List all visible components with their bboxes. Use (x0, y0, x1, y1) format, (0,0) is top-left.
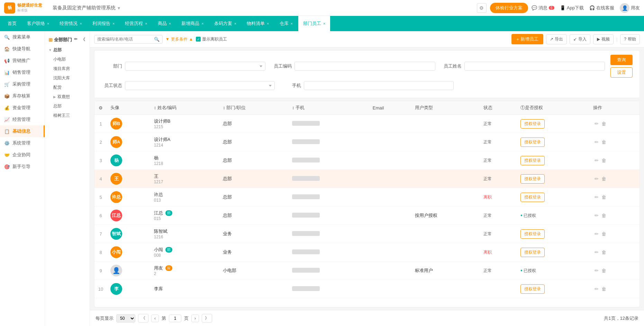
sidebar-item-sales[interactable]: 📊 销售管理 (0, 67, 45, 78)
search-input[interactable] (97, 37, 153, 42)
tab-profit[interactable]: 利润报告× (88, 16, 119, 31)
page-input[interactable] (169, 315, 181, 322)
auth-button[interactable]: 授权登录 (520, 138, 545, 147)
edit-button[interactable]: ✏ (593, 212, 600, 219)
sidebar-item-guide[interactable]: 🎯 新手引导 (0, 161, 45, 173)
edit-button[interactable]: ✏ (593, 120, 600, 127)
collapse-icon[interactable]: 《 (80, 36, 86, 43)
sidebar-item-operation-mgmt[interactable]: 📈 经营管理 (0, 114, 45, 125)
edit-button[interactable]: ✏ (593, 157, 600, 164)
add-employee-button[interactable]: + 新增员工 (511, 34, 543, 44)
edit-button[interactable]: ✏ (593, 230, 600, 237)
th-phone[interactable]: ↕ 手机 (289, 101, 369, 115)
close-icon[interactable]: × (267, 21, 269, 26)
chevron-down-icon[interactable]: ▾ (118, 5, 120, 11)
first-page-button[interactable]: 《 (138, 314, 148, 323)
close-icon[interactable]: × (323, 21, 325, 26)
delete-button[interactable]: 🗑 (600, 139, 608, 146)
query-button[interactable]: 查询 (610, 55, 633, 65)
close-icon[interactable]: × (145, 21, 147, 26)
sidebar-item-collab[interactable]: 🤝 企业协同 (0, 149, 45, 161)
set-button[interactable]: 设置 (610, 67, 633, 78)
tab-customer[interactable]: 客户联络× (22, 16, 54, 31)
video-button[interactable]: ▶ 视频 (593, 34, 614, 44)
edit-button[interactable]: ✏ (593, 194, 600, 201)
search-icon[interactable]: 🔍 (154, 37, 160, 42)
close-icon[interactable]: × (47, 21, 49, 26)
auth-button[interactable]: 授权登录 (520, 193, 545, 202)
dept-item-peihuo[interactable]: 配货 (45, 83, 90, 92)
edit-dept-icon[interactable]: ✏ (73, 36, 79, 43)
emp-name-input[interactable] (464, 62, 605, 71)
sidebar-item-finance[interactable]: 💰 资金管理 (0, 102, 45, 114)
online-service-button[interactable]: 🎧 在线客服 (589, 5, 614, 11)
sidebar-item-navigation[interactable]: 🏠 快捷导航 (0, 43, 45, 55)
close-icon[interactable]: × (80, 21, 82, 26)
emp-code-input[interactable] (294, 62, 435, 71)
import-button[interactable]: ↙ 导入 (570, 34, 590, 44)
close-icon[interactable]: × (169, 21, 171, 26)
user-menu[interactable]: 👤 用友 (620, 3, 640, 13)
dept-item-zhishu[interactable]: 植树王三 (45, 111, 90, 120)
delete-button[interactable]: 🗑 (600, 212, 608, 219)
export-button[interactable]: ↗ 导出 (546, 34, 567, 44)
delete-button[interactable]: 🗑 (600, 285, 608, 292)
dept-item-shuangluxiang[interactable]: ▶ 双鹿想 (45, 92, 90, 102)
settings-button[interactable]: ⚙ (477, 3, 487, 13)
auth-button[interactable]: 授权登录 (520, 174, 545, 184)
prev-page-button[interactable]: ‹ (151, 315, 159, 322)
auth-button[interactable]: 授权登录 (520, 229, 545, 239)
tab-goods[interactable]: 商品× (153, 16, 176, 31)
close-icon[interactable]: × (112, 21, 115, 26)
delete-button[interactable]: 🗑 (600, 157, 608, 164)
auth-button[interactable]: 授权登录 (520, 119, 545, 129)
close-icon[interactable]: × (234, 21, 236, 26)
dept-item-zongbu[interactable]: 总部 (45, 102, 90, 111)
th-dept[interactable]: ↕ 部门/职位 (219, 101, 289, 115)
page-size-select[interactable]: 50 100 (116, 314, 135, 323)
tab-barcode[interactable]: 条码方案× (209, 16, 241, 31)
tab-home[interactable]: 首页 (3, 16, 21, 31)
delete-button[interactable]: 🗑 (600, 249, 608, 256)
status-select[interactable] (125, 81, 275, 90)
tab-warehouse[interactable]: 仓库× (275, 16, 298, 31)
delete-button[interactable]: 🗑 (600, 267, 608, 274)
dept-item-project[interactable]: 项目库房 (45, 64, 90, 73)
close-icon[interactable]: × (201, 21, 203, 26)
more-conditions-button[interactable]: ▼ 更多条件 ▲ (165, 36, 193, 42)
edit-button[interactable]: ✏ (593, 249, 600, 256)
delete-button[interactable]: 🗑 (600, 120, 608, 127)
dept-select[interactable] (125, 62, 265, 71)
edit-button[interactable]: ✏ (593, 285, 600, 292)
auth-button[interactable]: 授权登录 (520, 284, 545, 294)
auth-button[interactable]: 授权登录 (520, 156, 545, 165)
th-settings[interactable]: ⚙ (94, 101, 107, 115)
help-button[interactable]: ? 帮助 (620, 34, 640, 44)
sidebar-item-purchase[interactable]: 🛒 采购管理 (0, 78, 45, 90)
auth-button[interactable]: 授权登录 (520, 248, 545, 257)
dept-item-xiaodian[interactable]: 小电部 (45, 55, 90, 64)
dept-item-zongbu-group[interactable]: ▼ 总部 (45, 45, 90, 55)
dept-item-shenyang[interactable]: 沈阳大库 (45, 73, 90, 83)
tab-bom[interactable]: 物料清单× (242, 16, 274, 31)
messages-button[interactable]: 💬 消息 6 (532, 5, 554, 11)
app-download-button[interactable]: 📱 App下载 (560, 5, 584, 11)
sidebar-item-marketing[interactable]: 📢 营销推广 (0, 55, 45, 67)
tab-history[interactable]: 经营历程× (120, 16, 152, 31)
show-resign-toggle[interactable]: ✓ 显示离职员工 (196, 36, 227, 42)
close-icon[interactable]: × (291, 21, 293, 26)
sidebar-item-search[interactable]: 🔍 搜索菜单 (0, 31, 45, 43)
sidebar-item-inventory[interactable]: 📦 库存核算 (0, 90, 45, 102)
th-name[interactable]: ↕ 姓名/编码 (151, 101, 220, 115)
edit-button[interactable]: ✏ (593, 139, 600, 146)
trial-button[interactable]: 体验行业方案 (490, 3, 528, 13)
sidebar-item-basic-info[interactable]: 📋 基础信息 (0, 125, 45, 137)
edit-button[interactable]: ✏ (593, 267, 600, 274)
tab-add-goods[interactable]: 新增商品× (176, 16, 208, 31)
delete-button[interactable]: 🗑 (600, 194, 608, 201)
sidebar-item-system[interactable]: ⚙️ 系统管理 (0, 137, 45, 149)
next-page-button[interactable]: › (191, 315, 199, 322)
delete-button[interactable]: 🗑 (600, 175, 608, 182)
phone-input[interactable] (304, 81, 454, 90)
tab-operation[interactable]: 经营情况× (55, 16, 87, 31)
